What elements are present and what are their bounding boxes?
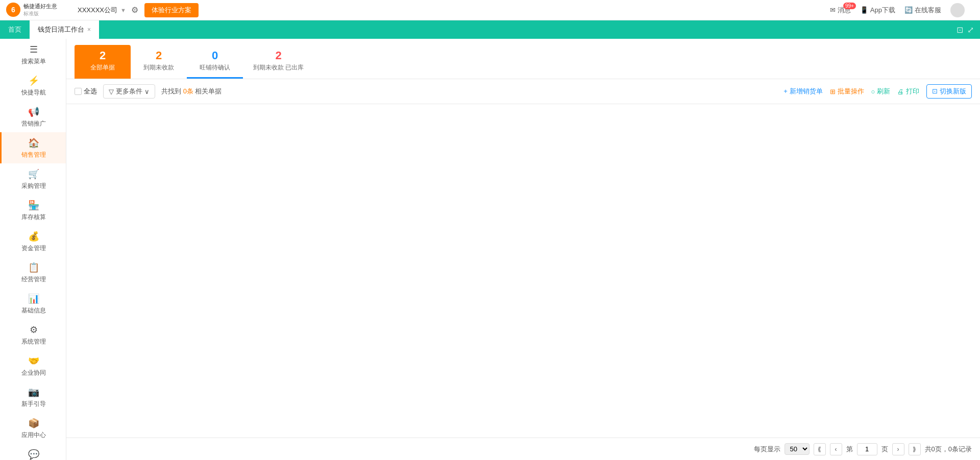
print-btn[interactable]: 🖨 打印: [897, 87, 919, 96]
toolbar: 全选 ▽ 更多条件 ∨ 共找到 0条 相关单据 + 新增销货单 ⊞ 批量操作: [66, 79, 980, 104]
avatar[interactable]: [950, 3, 965, 17]
message-badge: 99+: [843, 3, 856, 9]
sidebar-item-system[interactable]: ⚙ 系统管理: [0, 319, 66, 350]
batch-icon: ⊞: [830, 88, 836, 95]
app-badge: 标准版: [23, 10, 57, 17]
found-text: 共找到 0条 相关单据: [161, 87, 222, 96]
sidebar-item-newbie[interactable]: 📷 新手引导: [0, 381, 66, 413]
stat-tab-wangpu[interactable]: 0 旺铺待确认: [187, 45, 243, 79]
header-right: ✉ 消息 99+ 📱 App下载 🔄 在线客服: [830, 3, 974, 17]
refresh-btn[interactable]: ○ 刷新: [871, 87, 891, 96]
tab-minimize-icon[interactable]: ⊡: [957, 25, 963, 35]
logo-icon: 6: [6, 3, 20, 17]
sidebar-item-collab[interactable]: 🤝 企业协同: [0, 350, 66, 381]
page-label-first: 第: [846, 445, 853, 454]
stat-num-shipped: 2: [253, 49, 304, 62]
tab-maximize-icon[interactable]: ⤢: [967, 25, 974, 35]
system-icon: ⚙: [30, 324, 38, 335]
sidebar-item-appcenter[interactable]: 📦 应用中心: [0, 413, 66, 444]
trial-btn[interactable]: 体验行业方案: [144, 3, 199, 17]
page-input[interactable]: [857, 443, 877, 455]
wechat-icon: 💬: [28, 449, 39, 460]
tab-work-table[interactable]: 钱货日清工作台 ×: [30, 20, 99, 39]
sidebar-item-sales[interactable]: 🏠 销售管理: [0, 132, 66, 163]
stat-label-wangpu: 旺铺待确认: [197, 63, 233, 72]
quicknav-icon: ⚡: [28, 75, 39, 86]
main-layout: ☰ 搜索菜单 ⚡ 快捷导航 📢 营销推广 🏠 销售管理 🛒 采购管理 🏪 库存核…: [0, 39, 980, 460]
sidebar-item-basicinfo[interactable]: 📊 基础信息: [0, 288, 66, 319]
stat-label-shipped: 到期未收款 已出库: [253, 63, 304, 72]
content-area: 2 全部单据 2 到期未收款 0 旺铺待确认 2 到期未收款 已出库 全选: [66, 39, 980, 460]
page-label-page: 页: [881, 445, 888, 454]
app-download-btn[interactable]: 📱 App下载: [860, 6, 895, 15]
filter-btn[interactable]: ▽ 更多条件 ∨: [103, 84, 155, 99]
stat-num-wangpu: 0: [197, 49, 233, 62]
collab-icon: 🤝: [28, 355, 39, 367]
message-btn[interactable]: ✉ 消息 99+: [830, 6, 851, 15]
add-btn[interactable]: + 新增销货单: [783, 87, 822, 96]
print-icon: 🖨: [897, 88, 904, 95]
marketing-icon: 📢: [28, 106, 39, 117]
sidebar-item-operations[interactable]: 📋 经营管理: [0, 257, 66, 288]
newbie-icon: 📷: [28, 386, 39, 398]
appcenter-icon: 📦: [28, 418, 39, 429]
logo-area: 6 畅捷通好生意 标准版: [6, 3, 72, 17]
page-first-btn[interactable]: ⟪: [814, 443, 826, 455]
settings-icon[interactable]: ⚙: [131, 5, 138, 15]
switch-btn[interactable]: ⊡ 切换新版: [926, 84, 972, 99]
tab-close-icon[interactable]: ×: [87, 26, 91, 33]
batch-btn[interactable]: ⊞ 批量操作: [830, 87, 864, 96]
basicinfo-icon: 📊: [28, 293, 39, 304]
sidebar-item-quicknav[interactable]: ⚡ 快捷导航: [0, 70, 66, 101]
purchase-icon: 🛒: [28, 168, 39, 180]
table-area: [66, 104, 980, 438]
total-info: 共0页，0条记录: [925, 445, 972, 454]
page-size-label: 每页显示: [754, 445, 780, 454]
stat-num-overdue: 2: [141, 49, 177, 62]
sidebar-item-purchase[interactable]: 🛒 采购管理: [0, 163, 66, 195]
sidebar-item-wechat[interactable]: 💬 企业微信: [0, 444, 66, 460]
service-icon: 🔄: [904, 6, 913, 14]
page-last-btn[interactable]: ⟫: [909, 443, 921, 455]
stat-num-all: 2: [85, 49, 120, 62]
page-prev-btn[interactable]: ‹: [830, 443, 842, 455]
switch-icon: ⊡: [932, 87, 938, 95]
select-all-label: 全选: [84, 87, 97, 96]
stat-tab-all[interactable]: 2 全部单据: [75, 45, 131, 79]
stat-label-all: 全部单据: [85, 63, 120, 72]
app-name: 畅捷通好生意: [23, 3, 57, 10]
stat-tab-shipped[interactable]: 2 到期未收款 已出库: [243, 45, 314, 79]
filter-arrow-icon: ∨: [144, 88, 150, 95]
pagination: 每页显示 50 ⟪ ‹ 第 页 › ⟫ 共0页，0条记录: [66, 438, 980, 460]
toolbar-right: + 新增销货单 ⊞ 批量操作 ○ 刷新 🖨 打印 ⊡ 切换新版: [783, 84, 972, 99]
stat-tab-overdue[interactable]: 2 到期未收款: [131, 45, 187, 79]
page-next-btn[interactable]: ›: [892, 443, 904, 455]
inventory-icon: 🏪: [28, 200, 39, 211]
top-header: 6 畅捷通好生意 标准版 XXXXXX公司 ▼ ⚙ 体验行业方案 ✉ 消息 99…: [0, 0, 980, 20]
company-name: XXXXXX公司: [78, 6, 117, 15]
found-count: 0条: [183, 87, 193, 95]
finance-icon: 💰: [28, 231, 39, 242]
sidebar-item-inventory[interactable]: 🏪 库存核算: [0, 195, 66, 226]
online-service-btn[interactable]: 🔄 在线客服: [904, 6, 941, 15]
company-selector[interactable]: XXXXXX公司 ▼: [78, 6, 126, 15]
refresh-icon: ○: [871, 88, 875, 95]
stat-label-overdue: 到期未收款: [141, 63, 177, 72]
tab-bar: 首页 钱货日清工作台 × ⊡ ⤢: [0, 20, 980, 39]
company-dropdown-icon: ▼: [120, 7, 126, 13]
download-icon: 📱: [860, 6, 868, 14]
sidebar: ☰ 搜索菜单 ⚡ 快捷导航 📢 营销推广 🏠 销售管理 🛒 采购管理 🏪 库存核…: [0, 39, 66, 460]
select-all-checkbox[interactable]: [75, 88, 82, 95]
sidebar-item-search[interactable]: ☰ 搜索菜单: [0, 39, 66, 70]
search-menu-icon: ☰: [30, 44, 38, 55]
sales-icon: 🏠: [28, 137, 39, 149]
message-icon: ✉: [830, 6, 836, 14]
page-size-select[interactable]: 50: [785, 443, 810, 455]
sidebar-item-finance[interactable]: 💰 资金管理: [0, 226, 66, 257]
filter-icon: ▽: [109, 88, 114, 95]
sidebar-item-marketing[interactable]: 📢 营销推广: [0, 101, 66, 132]
tab-bar-right: ⊡ ⤢: [957, 25, 980, 35]
tab-home[interactable]: 首页: [0, 20, 30, 39]
select-all-area[interactable]: 全选: [75, 87, 97, 96]
operations-icon: 📋: [28, 262, 39, 273]
